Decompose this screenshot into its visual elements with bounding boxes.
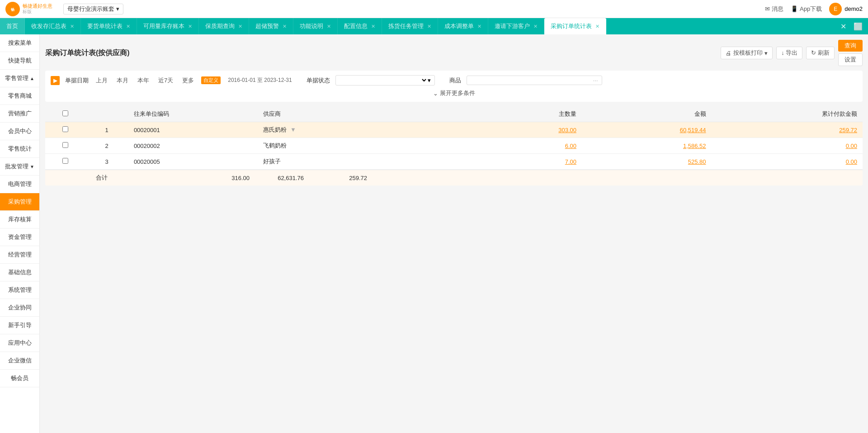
date-shortcut-this-year[interactable]: 本年 [136,76,151,85]
sidebar-item-retail[interactable]: 零售管理 ▲ [0,70,39,87]
sidebar-item-vip[interactable]: 畅会员 [0,370,39,387]
print-icon: 🖨 [726,50,731,57]
export-button[interactable]: ↓ 导出 [776,47,802,59]
tab-purchase-summary[interactable]: 采购订单统计表 ✕ [544,18,606,34]
paid-link[interactable]: 259.72 [839,127,857,133]
sidebar-item-marketing[interactable]: 营销推广 [0,105,39,123]
date-shortcut-more[interactable]: 更多 [180,76,196,85]
tab-overstock-warning[interactable]: 超储预警 ✕ [249,18,293,34]
top-bar-left: 畅 畅捷通好生意 标版 母婴行业演示账套 ▾ [5,2,123,16]
footer-paid: 259.72 [304,175,367,181]
sidebar-item-basic-info[interactable]: 基础信息 [0,264,39,281]
maximize-icon[interactable]: ⬜ [852,22,864,31]
tab-available-stock[interactable]: 可用量库存账本 ✕ [137,18,199,34]
sidebar-item-wholesale[interactable]: 批发管理 ▼ [0,158,39,176]
row-checkbox[interactable] [62,126,68,132]
sidebar-item-enterprise[interactable]: 企业协同 [0,299,39,317]
table-row[interactable]: 3 00020005 好孩子 7.00 525.80 0.00 [45,154,863,170]
close-tab-icon[interactable]: ✕ [327,24,331,29]
close-tab-icon[interactable]: ✕ [70,24,74,29]
close-active-tab-icon[interactable]: ✕ [595,24,599,29]
tab-warranty-query[interactable]: 保质期查询 ✕ [199,18,249,34]
workspace-selector[interactable]: 母婴行业演示账套 ▾ [63,4,123,14]
tab-requisition-summary[interactable]: 要货单统计表 ✕ [81,18,137,34]
date-shortcut-this-month[interactable]: 本月 [115,76,130,85]
row-checkbox[interactable] [62,158,68,164]
close-tab-icon[interactable]: ✕ [126,24,130,29]
sidebar-item-ecommerce[interactable]: 电商管理 [0,176,39,193]
date-shortcut-last-month[interactable]: 上月 [94,76,109,85]
col-header-paid: 累计付款金额 [712,106,863,122]
row-no-cell: 3 [85,154,128,170]
template-print-button[interactable]: 🖨 按模板打印 ▾ [721,47,773,59]
close-tab-icon[interactable]: ✕ [238,24,242,29]
refresh-button[interactable]: ↻ 刷新 [806,47,835,59]
page-header: 采购订单统计表(按供应商) 🖨 按模板打印 ▾ ↓ 导出 ↻ 刷新 查询 设置 [45,40,863,66]
filter-panel: ▶ 单据日期 上月 本月 本年 近7天 更多 自定义 2016-01-01 至 … [45,71,863,102]
goods-input[interactable] [471,77,593,84]
tab-config-info[interactable]: 配置信息 ✕ [338,18,382,34]
message-icon: ✉ [765,5,770,12]
close-tab-icon[interactable]: ✕ [371,24,375,29]
tab-invite-downstream[interactable]: 邀请下游客户 ✕ [488,18,544,34]
paid-link[interactable]: 0.00 [846,143,857,149]
amount-link[interactable]: 1,586.52 [683,143,706,149]
app-download-button[interactable]: 📱 App下载 [791,5,822,13]
sidebar-item-system[interactable]: 系统管理 [0,281,39,299]
sidebar-item-retail-mall[interactable]: 零售商城 [0,87,39,105]
amount-link[interactable]: 525.80 [688,158,706,165]
row-checkbox[interactable] [62,142,68,148]
sidebar-item-retail-stats[interactable]: 零售统计 [0,140,39,158]
qty-link[interactable]: 7.00 [565,158,576,165]
footer-label: 合计 [51,174,204,182]
settings-button[interactable]: 设置 [838,53,863,66]
sidebar-item-finance[interactable]: 资金管理 [0,228,39,246]
row-amount-cell: 60,519.44 [582,122,712,138]
arrow-up-icon: ▲ [30,76,34,81]
row-supplier-cell: 惠氏奶粉 ▼ [258,122,474,138]
row-paid-cell: 0.00 [712,138,863,154]
date-custom-badge[interactable]: 自定义 [201,76,221,84]
tab-cost-adjust[interactable]: 成本调整单 ✕ [438,18,488,34]
sidebar-item-guide[interactable]: 新手引导 [0,317,39,334]
tab-function-desc[interactable]: 功能说明 ✕ [293,18,338,34]
sidebar-item-member[interactable]: 会员中心 [0,123,39,140]
close-tab-icon[interactable]: ✕ [283,24,287,29]
filter-toggle-button[interactable]: ▶ [51,76,60,85]
user-area[interactable]: E demo2 [829,3,863,15]
close-all-tabs-icon[interactable]: ✕ [839,22,848,31]
tab-home[interactable]: 首页 [0,18,25,34]
select-all-checkbox[interactable] [62,110,68,116]
sidebar-item-stock[interactable]: 库存核算 [0,211,39,228]
amount-link[interactable]: 60,519.44 [680,127,706,133]
mobile-icon: 📱 [791,5,798,12]
close-tab-icon[interactable]: ✕ [188,24,192,29]
status-select[interactable] [340,76,428,84]
qty-link[interactable]: 6.00 [565,143,576,149]
sidebar-item-purchase[interactable]: 采购管理 [0,193,39,211]
table-row[interactable]: 2 00020002 飞鹤奶粉 6.00 1,586.52 0.00 [45,138,863,154]
expand-row-icon[interactable]: ▼ [290,126,296,133]
table-header-row: 往来单位编码 供应商 主数量 金额 累计付款金额 [45,106,863,122]
goods-more-icon[interactable]: ··· [593,77,598,84]
sidebar-item-operation[interactable]: 经营管理 [0,246,39,264]
table-row[interactable]: 1 00020001 惠氏奶粉 ▼ 303.00 60,519.44 259.7… [45,122,863,138]
status-dropdown-icon: ▾ [428,77,431,84]
query-button[interactable]: 查询 [838,40,863,52]
tab-picking-task[interactable]: 拣货任务管理 ✕ [382,18,438,34]
close-tab-icon[interactable]: ✕ [533,24,538,29]
sidebar-item-wechat[interactable]: 企业微信 [0,352,39,370]
close-tab-icon[interactable]: ✕ [477,24,481,29]
sidebar-item-search[interactable]: 搜索菜单 [0,34,39,52]
qty-link[interactable]: 303.00 [558,127,576,133]
expand-more-button[interactable]: ⌄ 展开更多条件 [51,89,857,97]
tab-receive-summary[interactable]: 收发存汇总表 ✕ [25,18,81,34]
sidebar-item-quick-nav[interactable]: 快捷导航 [0,52,39,70]
row-checkbox-cell [45,154,85,170]
message-button[interactable]: ✉ 消息 [765,5,783,13]
sidebar-item-app-center[interactable]: 应用中心 [0,334,39,352]
logo-icon: 畅 [5,2,20,16]
date-shortcut-7days[interactable]: 近7天 [156,76,175,85]
paid-link[interactable]: 0.00 [846,158,857,165]
close-tab-icon[interactable]: ✕ [427,24,431,29]
